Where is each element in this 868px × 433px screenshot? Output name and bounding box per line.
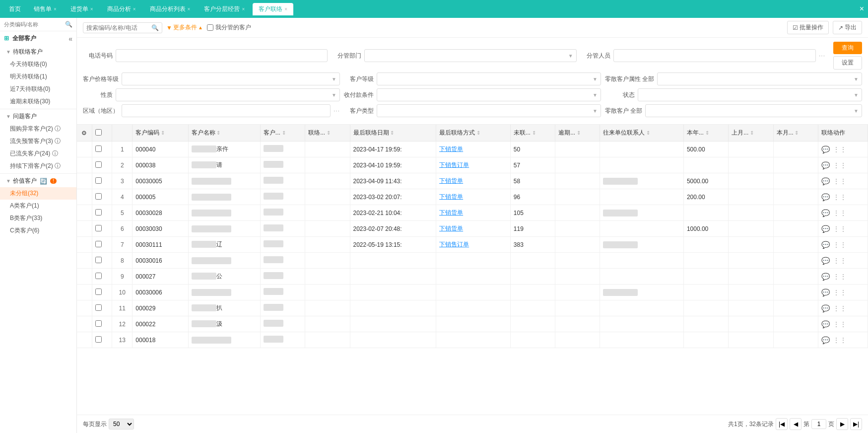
filter-more-conditions[interactable]: ▼ 更多条件 ▲ [166, 23, 203, 32]
nav-home-tab[interactable]: 首页 [4, 3, 26, 15]
chat-icon[interactable]: 💬 [821, 193, 830, 201]
sidebar-group-pending[interactable]: ▼ 待联络客户 [0, 46, 76, 58]
menu-icon[interactable]: ⋮⋮ [833, 193, 847, 201]
filter-person-select[interactable] [613, 49, 816, 62]
chat-icon[interactable]: 💬 [821, 241, 830, 249]
column-not-contacted[interactable]: 未联... [510, 125, 555, 142]
nav-tab-customer-contact[interactable]: 客户联络 × [253, 3, 293, 15]
menu-icon[interactable]: ⋮⋮ [833, 304, 847, 312]
row-checkbox[interactable] [95, 193, 102, 200]
column-last-method[interactable]: 最后联络方式 [436, 125, 511, 142]
menu-icon[interactable]: ⋮⋮ [833, 209, 847, 217]
nav-tab-analysis[interactable]: 商品分析 × [101, 3, 142, 15]
column-checkbox[interactable] [92, 125, 112, 142]
chat-icon[interactable]: 💬 [821, 209, 830, 217]
filter-person-dots[interactable]: ··· [819, 52, 825, 59]
sidebar-item-lost[interactable]: 已流失客户(24) ⓘ [0, 147, 76, 160]
filter-status-select[interactable]: ▼ [638, 88, 862, 101]
next-page-button[interactable]: ▶ [836, 418, 848, 430]
chat-icon[interactable]: 💬 [821, 289, 830, 296]
column-category[interactable]: 客户... [260, 125, 305, 142]
last-method-link[interactable]: 下销售订单 [439, 241, 469, 248]
chat-icon[interactable]: 💬 [821, 145, 830, 153]
refresh-icon[interactable]: 🔄 [40, 178, 47, 185]
chat-icon[interactable]: 💬 [821, 177, 830, 185]
filter-search-icon[interactable]: 🔍 [151, 24, 159, 31]
column-overdue[interactable]: 逾期... [555, 125, 600, 142]
filter-sparse-cust-select[interactable]: ▼ [645, 104, 862, 117]
nav-tab-purchase-close[interactable]: × [90, 6, 93, 12]
page-size-select[interactable]: 50 100 200 [109, 419, 134, 430]
sidebar-item-tomorrow[interactable]: 明天待联络(1) [0, 71, 76, 83]
sidebar-item-today[interactable]: 今天待联络(0) [0, 58, 76, 71]
filter-phone-input[interactable] [116, 49, 328, 62]
sidebar-item-warn[interactable]: 流失预警客户(3) ⓘ [0, 135, 76, 147]
row-checkbox[interactable] [95, 161, 102, 168]
sidebar-item-7days[interactable]: 近7天待联络(0) [0, 83, 76, 95]
row-checkbox[interactable] [95, 177, 102, 184]
menu-icon[interactable]: ⋮⋮ [833, 320, 847, 328]
sidebar-collapse-button[interactable]: « [68, 35, 72, 43]
chat-icon[interactable]: 💬 [821, 273, 830, 281]
menu-icon[interactable]: ⋮⋮ [833, 225, 847, 233]
column-last-month[interactable]: 上月... [729, 125, 773, 142]
filter-cust-type-select[interactable]: ▼ [377, 104, 601, 117]
nav-tab-sales-close[interactable]: × [54, 6, 57, 12]
nav-tab-analysis-list[interactable]: 商品分析列表 × [144, 3, 197, 15]
sidebar-search-input[interactable] [4, 21, 63, 27]
column-this-year[interactable]: 本年... [683, 125, 728, 142]
column-this-month[interactable]: 本月... [773, 125, 818, 142]
menu-icon[interactable]: ⋮⋮ [833, 145, 847, 153]
filter-nature-select[interactable]: ▼ [116, 88, 340, 101]
column-last-date[interactable]: 最后联络日期 [350, 125, 436, 142]
sidebar-item-overdue[interactable]: 逾期未联络(30) [0, 95, 76, 108]
last-page-button[interactable]: ▶| [850, 418, 862, 430]
chat-icon[interactable]: 💬 [821, 225, 830, 233]
nav-tab-customer-contact-close[interactable]: × [284, 6, 287, 12]
chat-icon[interactable]: 💬 [821, 304, 830, 312]
column-code[interactable]: 客户编码 [133, 125, 188, 142]
filter-cust-level-select[interactable]: ▼ [377, 72, 601, 85]
nav-tab-customer-mgr-close[interactable]: × [242, 6, 245, 12]
filter-region-select[interactable] [122, 104, 331, 117]
row-checkbox[interactable] [95, 289, 102, 295]
menu-icon[interactable]: ⋮⋮ [833, 241, 847, 249]
row-checkbox[interactable] [95, 209, 102, 216]
row-checkbox[interactable] [95, 145, 102, 152]
first-page-button[interactable]: |◀ [776, 418, 788, 430]
chat-icon[interactable]: 💬 [821, 320, 830, 328]
row-checkbox[interactable] [95, 273, 102, 279]
filter-region-dots[interactable]: ··· [334, 107, 340, 114]
menu-icon[interactable]: ⋮⋮ [833, 289, 847, 296]
nav-tab-purchase[interactable]: 进货单 × [65, 3, 99, 15]
select-all-checkbox[interactable] [95, 129, 102, 136]
prev-page-button[interactable]: ◀ [790, 418, 801, 430]
filter-price-level-select[interactable]: ▼ [122, 72, 340, 85]
my-customers-checkbox[interactable] [207, 24, 213, 31]
column-partner-contact[interactable]: 往来单位联系人 [600, 125, 683, 142]
chat-icon[interactable]: 💬 [821, 336, 830, 344]
row-checkbox[interactable] [95, 225, 102, 231]
menu-icon[interactable]: ⋮⋮ [833, 273, 847, 281]
last-method-link[interactable]: 下销货单 [439, 145, 463, 152]
export-button[interactable]: ↗ 导出 [833, 21, 862, 34]
sidebar-group-value[interactable]: ▼ 价值客户 🔄 ! [0, 175, 76, 187]
column-settings[interactable]: ⚙ [77, 125, 92, 142]
column-name[interactable]: 客户名称 [188, 125, 260, 142]
menu-icon[interactable]: ⋮⋮ [833, 161, 847, 169]
filter-sparse-attr-select[interactable]: ▼ [657, 72, 862, 85]
chat-icon[interactable]: 💬 [821, 257, 830, 265]
row-checkbox[interactable] [95, 336, 102, 343]
sidebar-group-problem[interactable]: ▼ 问题客户 [0, 110, 76, 123]
filter-dept-select[interactable]: ▼ [364, 49, 576, 62]
last-method-link[interactable]: 下销货单 [439, 193, 463, 200]
query-button[interactable]: 查询 [833, 42, 862, 54]
row-checkbox[interactable] [95, 257, 102, 263]
page-number-input[interactable] [811, 419, 826, 429]
menu-icon[interactable]: ⋮⋮ [833, 177, 847, 185]
filter-payment-select[interactable]: ▼ [377, 88, 601, 101]
sidebar-item-class-c[interactable]: C类客户(6) [0, 224, 76, 237]
close-all-tabs-button[interactable]: × [860, 4, 864, 13]
nav-tab-analysis-list-close[interactable]: × [188, 6, 191, 12]
nav-tab-customer-mgr[interactable]: 客户分层经营 × [198, 3, 251, 15]
